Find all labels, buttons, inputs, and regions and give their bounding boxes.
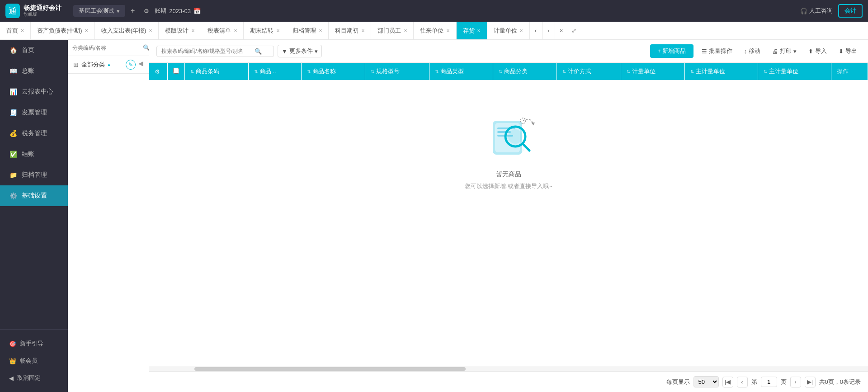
filter-button[interactable]: ▼ 更多条件 ▾ bbox=[278, 45, 322, 57]
page-label: 第 bbox=[751, 378, 757, 386]
col-header-check[interactable] bbox=[167, 63, 184, 80]
prev-page-button[interactable]: ‹ bbox=[737, 377, 748, 387]
category-collapse-button[interactable]: ◀ bbox=[138, 60, 143, 70]
content-area: 🔍 ⊞ 全部分类 ● ✎ ◀ bbox=[68, 40, 868, 392]
tab-bar: 首页 × 资产负债表(中期) × 收入支出表(年报) × 模版设计 × 税表清单… bbox=[0, 22, 868, 40]
tab-close-taxclear[interactable]: × bbox=[234, 28, 237, 34]
sidebar-item-home[interactable]: 🏠 首页 bbox=[0, 40, 68, 61]
move-button[interactable]: ↕ 移动 bbox=[741, 45, 764, 57]
svg-point-7 bbox=[508, 129, 523, 144]
invoice-icon: 🧾 bbox=[9, 109, 17, 116]
move-icon: ↕ bbox=[744, 48, 747, 55]
logo-text: 畅捷通好会计 旗舰版 bbox=[24, 4, 61, 18]
logo-area: 通 畅捷通好会计 旗舰版 bbox=[5, 4, 73, 18]
batch-ops-button[interactable]: ☰ 批量操作 bbox=[698, 45, 736, 57]
tab-close-contacts[interactable]: × bbox=[446, 28, 449, 34]
product-search-input[interactable] bbox=[161, 48, 252, 54]
empty-icon bbox=[481, 107, 536, 161]
tab-close-template[interactable]: × bbox=[191, 28, 194, 34]
account-button[interactable]: 会计 bbox=[838, 4, 863, 18]
product-panel: 🔍 ▼ 更多条件 ▾ + 新增商品 ☰ 批量操作 bbox=[149, 40, 868, 392]
import-button[interactable]: ⬆ 导入 bbox=[805, 45, 830, 57]
tab-template[interactable]: 模版设计 × bbox=[159, 22, 201, 40]
search-icon[interactable]: 🔍 bbox=[255, 48, 262, 55]
tab-close-subject-init[interactable]: × bbox=[361, 28, 364, 34]
tab-close-period-end[interactable]: × bbox=[276, 28, 279, 34]
tab-close-inventory[interactable]: × bbox=[477, 28, 481, 34]
sidebar-item-archive[interactable]: 📁 归档管理 bbox=[0, 165, 68, 185]
tab-taxclear[interactable]: 税表清单 × bbox=[201, 22, 244, 40]
company-tab[interactable]: 基层工会测试 ▾ bbox=[73, 5, 125, 17]
consulting-button[interactable]: 🎧 人工咨询 bbox=[800, 7, 833, 15]
first-page-button[interactable]: |◀ bbox=[722, 377, 733, 387]
headset-icon: 🎧 bbox=[800, 8, 807, 14]
unpin-icon: ◀ bbox=[9, 375, 14, 382]
tab-archive[interactable]: 归档管理 × bbox=[286, 22, 329, 40]
toolbar: 🔍 ▼ 更多条件 ▾ + 新增商品 ☰ 批量操作 bbox=[149, 40, 868, 63]
tab-income[interactable]: 收入支出表(年报) × bbox=[95, 22, 159, 40]
print-button[interactable]: 🖨 打印 ▾ bbox=[769, 45, 800, 57]
select-all-checkbox[interactable] bbox=[173, 68, 179, 74]
tab-measure-unit[interactable]: 计量单位 × bbox=[487, 22, 530, 40]
print-chevron-icon: ▾ bbox=[793, 48, 797, 55]
category-dot: ● bbox=[108, 62, 110, 67]
tax-icon: 💰 bbox=[9, 130, 17, 137]
grid-icon: ⊞ bbox=[73, 61, 79, 68]
sidebar-item-reports[interactable]: 📊 云报表中心 bbox=[0, 81, 68, 102]
tab-dept-emp[interactable]: 部门员工 × bbox=[371, 22, 414, 40]
tab-close-balance[interactable]: × bbox=[85, 28, 88, 34]
tab-expand-button[interactable]: ⤢ bbox=[568, 22, 580, 40]
sidebar-item-closing[interactable]: ✅ 结账 bbox=[0, 144, 68, 165]
tab-close-archive[interactable]: × bbox=[319, 28, 322, 34]
batch-icon: ☰ bbox=[702, 48, 707, 55]
import-icon: ⬆ bbox=[808, 48, 813, 55]
category-add-button[interactable]: ✎ bbox=[126, 60, 136, 70]
reports-icon: 📊 bbox=[9, 88, 17, 95]
last-page-button[interactable]: ▶| bbox=[805, 377, 816, 387]
sidebar-item-tax[interactable]: 💰 税务管理 bbox=[0, 123, 68, 144]
guide-icon: 🎯 bbox=[9, 340, 16, 347]
col-header-name: ⇅商品名称 bbox=[302, 63, 365, 80]
unpin-button[interactable]: ◀ 取消固定 bbox=[0, 369, 68, 387]
category-header: ⊞ 全部分类 ● ✎ ◀ bbox=[68, 56, 149, 74]
tab-period-end[interactable]: 期末结转 × bbox=[244, 22, 286, 40]
tab-inventory[interactable]: 存货 × bbox=[457, 22, 487, 40]
sidebar-item-invoice[interactable]: 🧾 发票管理 bbox=[0, 102, 68, 123]
tab-close-home[interactable]: × bbox=[21, 28, 24, 34]
tab-close-measure-unit[interactable]: × bbox=[520, 28, 523, 34]
col-header-pricing: ⇅计价方式 bbox=[557, 63, 621, 80]
tab-close-income[interactable]: × bbox=[149, 28, 152, 34]
sidebar-item-member[interactable]: 👑 畅会员 bbox=[0, 352, 68, 369]
sidebar-item-ledger[interactable]: 📖 总账 bbox=[0, 61, 68, 81]
top-right: 🎧 人工咨询 会计 bbox=[800, 4, 863, 18]
tab-next-button[interactable]: › bbox=[542, 22, 555, 40]
tab-home[interactable]: 首页 × bbox=[0, 22, 31, 40]
scroll-thumb[interactable] bbox=[194, 367, 466, 371]
export-button[interactable]: ⬇ 导出 bbox=[835, 45, 861, 57]
tab-subject-init[interactable]: 科目期初 × bbox=[329, 22, 371, 40]
page-input[interactable] bbox=[761, 377, 777, 387]
product-table: ⚙ ⇅商品条码 ⇅商品... ⇅商品名称 ⇅规格型号 ⇅商品类型 ⇅商品分类 ⇅… bbox=[149, 63, 868, 80]
add-tab-button[interactable]: + bbox=[127, 5, 138, 17]
main-layout: 🏠 首页 📖 总账 📊 云报表中心 🧾 发票管理 💰 税务管理 ✅ 结账 📁 归… bbox=[0, 40, 868, 392]
calendar-icon[interactable]: 📅 bbox=[193, 8, 201, 14]
category-search-input[interactable] bbox=[72, 45, 140, 51]
product-search-box: 🔍 bbox=[156, 46, 274, 57]
tab-prev-button[interactable]: ‹ bbox=[530, 22, 542, 40]
logo-icon: 通 bbox=[5, 4, 20, 18]
per-page-label: 每页显示 bbox=[666, 378, 690, 386]
sidebar-item-basic[interactable]: ⚙️ 基础设置 bbox=[0, 185, 68, 206]
settings-icon[interactable]: ⚙ bbox=[140, 6, 153, 16]
per-page-select[interactable]: 50 100 200 bbox=[693, 376, 719, 387]
sidebar-item-guide[interactable]: 🎯 新手引导 bbox=[0, 335, 68, 352]
col-header-settings[interactable]: ⚙ bbox=[149, 63, 167, 80]
top-tab-area: 基层工会测试 ▾ + ⚙ 账期 2023-03 📅 bbox=[73, 5, 800, 17]
add-product-button[interactable]: + 新增商品 bbox=[650, 44, 693, 58]
next-page-button[interactable]: › bbox=[790, 377, 801, 387]
svg-rect-4 bbox=[497, 131, 511, 133]
tab-contacts[interactable]: 往来单位 × bbox=[414, 22, 456, 40]
tab-balance[interactable]: 资产负债表(中期) × bbox=[31, 22, 95, 40]
tab-close-all-button[interactable]: × bbox=[555, 22, 568, 40]
tab-close-dept-emp[interactable]: × bbox=[404, 28, 407, 34]
member-icon: 👑 bbox=[9, 358, 16, 364]
